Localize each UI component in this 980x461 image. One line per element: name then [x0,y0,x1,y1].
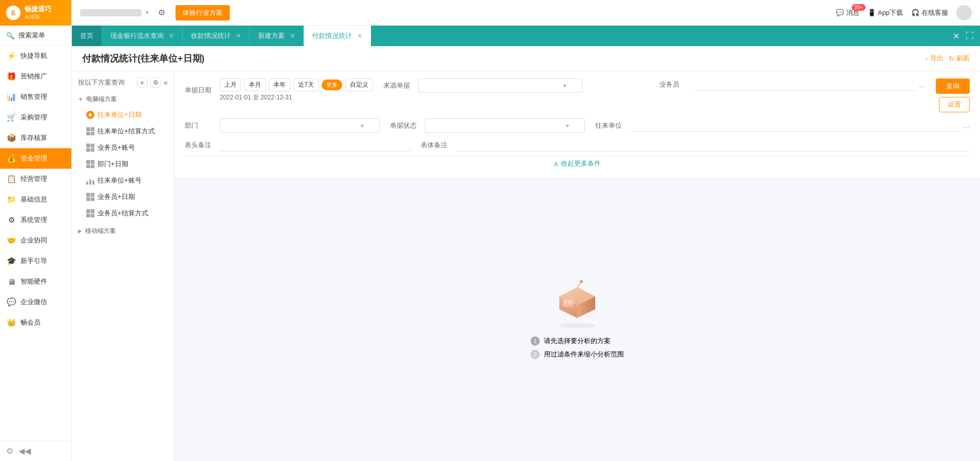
main-content: ▼ ⚙ 体验行业方案 💬 消息 99+ 📱 App下载 🎧 在线客服 [72,0,980,461]
sidebar-item-inventory[interactable]: 📦 库存核算 [0,128,71,148]
tab-close-new-scheme[interactable]: ✕ [290,32,295,39]
avatar[interactable] [956,5,972,21]
filter-area: 单据日期 上月 本月 本年 近7天 更多 自定义 20 [174,71,980,179]
collapse-panel-button[interactable]: « [164,78,168,87]
collapse-filter-button[interactable]: ∧ 收起更多条件 [185,155,970,171]
body-layout: 按以下方案查询 + ⚙ « ▼ 电脑端方案 [72,71,980,461]
collapse-filter-icon: ∧ [554,160,559,168]
scheme-settings-button[interactable]: ⚙ [150,77,161,88]
mobile-group-toggle[interactable]: ▶ 移动端方案 [72,224,174,238]
right-panel: 单据日期 上月 本月 本年 近7天 更多 自定义 20 [174,71,980,461]
scheme-item-partner-settle[interactable]: 往来单位+结算方式 [72,123,174,139]
app-download-button[interactable]: 📱 App下载 [868,8,903,17]
tab-close-bank-flow[interactable]: ✕ [169,32,174,39]
scheme-item-partner-date[interactable]: 往来单位+日期 [72,107,174,123]
staff-dots-button[interactable]: ... [919,80,926,89]
footer-collapse-button[interactable]: ◀◀ [18,446,31,456]
refresh-icon: ↻ [949,55,954,63]
tip-num-2: 2 [531,350,540,359]
desktop-group-toggle[interactable]: ▼ 电脑端方案 [72,92,174,107]
sidebar-item-enterprise[interactable]: 🤝 企业协同 [0,230,71,251]
sidebar-item-operations[interactable]: 📋 经营管理 [0,169,71,189]
date-btn-custom[interactable]: 自定义 [345,78,373,91]
sidebar-item-basic-info[interactable]: 📁 基础信息 [0,189,71,210]
trial-industry-button[interactable]: 体验行业方案 [175,5,230,21]
svg-point-5 [569,302,571,304]
sidebar-item-marketing[interactable]: 🎁 营销推广 [0,66,71,87]
scheme-item-staff-account[interactable]: 业务员+账号 [72,139,174,156]
partner-settle-icon [86,127,94,135]
purchase-icon: 🛒 [6,112,16,123]
quick-nav-icon: ⚡ [6,51,16,61]
refresh-button[interactable]: ↻ 刷新 [949,54,970,63]
tabbar: 首页 现金银行流水查询 ✕ 收款情况统计 ✕ 新建方案 ✕ 付款情况统计 ✕ ✕… [72,26,980,46]
staff-input[interactable] [694,78,914,91]
tab-new-scheme[interactable]: 新建方案 ✕ [250,26,304,46]
export-icon: ↑ [925,55,929,63]
empty-tip-2: 2 用过滤条件来缩小分析范围 [531,350,624,359]
scheme-item-dept-date[interactable]: 部门+日期 [72,156,174,172]
sidebar-item-purchase[interactable]: 🛒 采购管理 [0,107,71,128]
date-btn-last-7days[interactable]: 近7天 [293,78,319,91]
tabbar-maximize-button[interactable]: ⛶ [966,31,974,41]
sidebar-item-quick-nav[interactable]: ⚡ 快捷导航 [0,46,71,66]
sidebar-item-wechat[interactable]: 💬 企业微信 [0,292,71,312]
tab-close-receipt-stat[interactable]: ✕ [236,32,241,39]
dept-label: 部门 [185,121,215,130]
svg-point-8 [559,323,595,328]
operations-icon: 📋 [6,174,16,184]
sidebar-item-member[interactable]: 👑 畅会员 [0,312,71,333]
search-menu[interactable]: 🔍 搜索菜单 [0,26,71,46]
staff-date-icon [86,193,94,201]
body-note-input[interactable] [456,139,970,151]
add-scheme-button[interactable]: + [137,77,147,88]
company-selector[interactable]: ▼ [80,9,150,17]
date-btn-this-year[interactable]: 本年 [269,78,290,91]
partner-input[interactable] [630,119,959,132]
system-icon: ⚙ [6,215,16,225]
sidebar-item-system[interactable]: ⚙ 系统管理 [0,210,71,230]
sidebar-nav: ⚡ 快捷导航 🎁 营销推广 📊 销售管理 🛒 采购管理 📦 库存核算 💰 资金管… [0,46,71,440]
partner-dots-button[interactable]: ... [963,121,970,130]
header-note-input[interactable] [220,139,410,151]
doc-status-select[interactable]: ▼ [425,118,585,133]
date-btn-this-month[interactable]: 本月 [244,78,266,91]
sidebar-footer: ⚙ ◀◀ [0,440,71,461]
wechat-icon: 💬 [6,297,16,307]
tab-receipt-stat[interactable]: 收款情况统计 ✕ [183,26,250,46]
empty-state: 1 请先选择要分析的方案 2 用过滤条件来缩小分析范围 [531,277,624,363]
body-note-label: 表体备注 [421,141,452,150]
scheme-item-staff-settle[interactable]: 业务员+结算方式 [72,205,174,222]
export-button[interactable]: ↑ 导出 [925,54,944,63]
dept-select[interactable]: ▼ [220,118,380,133]
settings-button[interactable]: 设置 [939,97,970,112]
service-icon: 🎧 [911,9,919,16]
tab-bank-flow[interactable]: 现金银行流水查询 ✕ [102,26,183,46]
date-btn-last-month[interactable]: 上月 [220,78,241,91]
footer-settings-button[interactable]: ⚙ [6,446,13,456]
topbar-settings-button[interactable]: ⚙ [158,8,165,17]
search-icon: 🔍 [6,32,14,39]
source-select[interactable]: ▼ [418,78,582,93]
scheme-panel-header: 按以下方案查询 + ⚙ « [72,77,174,92]
member-icon: 👑 [6,317,16,328]
hardware-icon: 🖥 [6,276,16,287]
message-button[interactable]: 💬 消息 99+ [836,8,859,17]
tab-home[interactable]: 首页 [72,26,102,46]
scheme-item-staff-date[interactable]: 业务员+日期 [72,189,174,205]
tab-payment-stat[interactable]: 付款情况统计 ✕ [304,26,371,46]
empty-tips: 1 请先选择要分析的方案 2 用过滤条件来缩小分析范围 [531,336,624,363]
query-button[interactable]: 查询 [936,78,970,94]
finance-icon: 💰 [6,153,16,164]
tab-close-payment-stat[interactable]: ✕ [357,32,362,39]
tip-num-1: 1 [531,336,540,346]
sidebar-item-sales[interactable]: 📊 销售管理 [0,87,71,107]
partner-date-icon [86,111,94,119]
sidebar-item-finance[interactable]: 💰 资金管理 [0,148,71,169]
scheme-item-partner-account[interactable]: 往来单位+账号 [72,172,174,189]
date-btn-more[interactable]: 更多 [322,79,342,90]
tabbar-close-all-button[interactable]: ✕ [953,31,959,41]
sidebar-item-guide[interactable]: 🎓 新手引导 [0,251,71,271]
online-service-button[interactable]: 🎧 在线客服 [911,8,948,17]
sidebar-item-hardware[interactable]: 🖥 智能硬件 [0,271,71,292]
